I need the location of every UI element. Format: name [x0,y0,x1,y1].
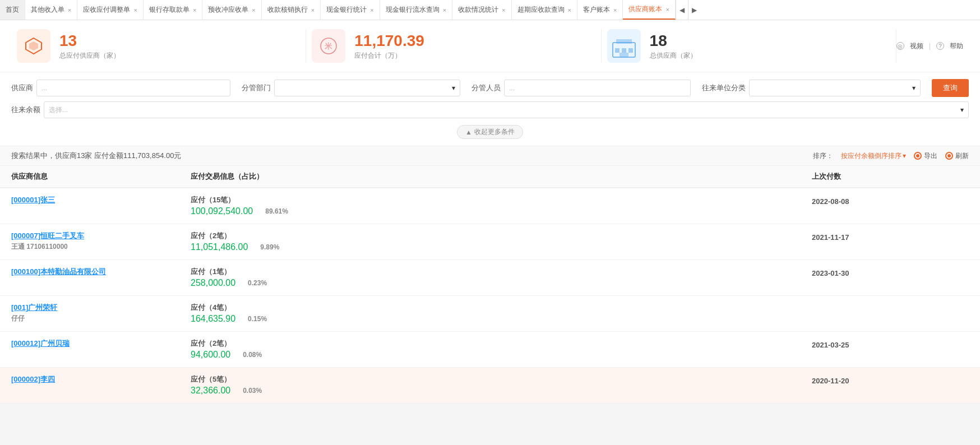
table-row: [000001]张三 应付（15笔） 100,092,540.00 89.61%… [0,188,980,224]
nav-tab-customer-ledger[interactable]: 客户账本 × [577,0,623,20]
row-2-supplier-link[interactable]: [000007]恒旺二手叉车 [11,231,84,240]
export-label: 导出 [924,151,937,161]
row-6-transaction: 应付（5笔） 32,366.00 0.03% [191,374,812,396]
refresh-button[interactable]: 刷新 [945,151,969,161]
export-button[interactable]: 导出 [914,151,937,161]
nav-tab-prepay-close[interactable]: × [252,7,255,13]
dept-select[interactable]: ▾ [274,80,461,96]
nav-tab-other-income-close[interactable]: × [68,7,71,13]
nav-tab-bank-deposit[interactable]: 银行存取款单 × [144,0,202,20]
table-row: [000007]恒旺二手叉车 王通 17106110000 应付（2笔） 11,… [0,224,980,260]
row-1-supplier-link[interactable]: [000001]张三 [11,196,55,204]
balance-label: 往来余额 [11,105,40,115]
row-4-supplier-link[interactable]: [001]广州荣轩 [11,303,57,312]
row-3-tx-row: 258,000.00 0.23% [191,278,812,288]
results-summary: 搜索结果中，供应商13家 应付金额111,703,854.00元 [11,151,181,161]
nav-tab-bank-deposit-close[interactable]: × [193,7,196,13]
svg-rect-8 [628,48,633,53]
search-button[interactable]: 查询 [932,79,969,97]
row-4-last-pay [812,303,924,305]
nav-tab-adjustment[interactable]: 应收应付调整单 × [77,0,143,20]
nav-tab-adjustment-label: 应收应付调整单 [83,5,130,15]
row-3-supplier-id: [000100]本特勤油品有限公司 [11,267,106,276]
nav-tab-overdue[interactable]: 超期应收款查询 × [512,0,577,20]
refresh-radio-icon [945,152,953,160]
sort-select[interactable]: 按应付余额倒序排序 ▾ [841,151,906,161]
summary-bar: 13 总应付供应商（家） 米 11,170.39 应付合计（万） [0,20,980,72]
collapse-label: 收起更多条件 [474,127,515,137]
payable-total-number: 11,170.39 [354,31,424,50]
nav-tab-customer-ledger-close[interactable]: × [613,7,617,13]
nav-tab-overdue-close[interactable]: × [568,7,571,13]
table-row: [000012]广州贝瑞 应付（2笔） 94,600.00 0.08% 2021… [0,332,980,368]
nav-tab-verify[interactable]: 收款核销执行 × [262,0,321,20]
person-label: 分管人员 [471,83,501,93]
supplier-input[interactable]: ... [36,80,230,96]
row-4-supplier-id: [001]广州荣轩 [11,303,57,312]
filter-category: 往来单位分类 ▾ [702,80,921,96]
svg-rect-5 [616,39,632,44]
nav-tab-cash-flow-close[interactable]: × [443,7,446,13]
results-bar: 搜索结果中，供应商13家 应付金额111,703,854.00元 排序： 按应付… [0,146,980,166]
filter-row-2: 往来余额 选择... ▾ [11,101,969,118]
nav-tab-receipt-stat-close[interactable]: × [502,7,505,13]
row-4-tx-label: 应付（4笔） [191,303,812,313]
row-1-tx-row: 100,092,540.00 89.61% [191,206,812,216]
nav-tab-cash-bank-stat[interactable]: 现金银行统计 × [321,0,380,20]
row-5-tx-percent: 0.08% [243,351,262,359]
nav-tab-supplier-ledger-close[interactable]: × [665,6,669,13]
row-4-supplier: [001]广州荣轩 仔仔 [11,303,191,323]
nav-tab-adjustment-close[interactable]: × [133,7,137,13]
nav-tab-cash-flow[interactable]: 现金银行流水查询 × [380,0,452,20]
col-last-pay-header: 上次付数 [812,171,924,182]
row-5-last-pay: 2021-03-25 [812,339,924,349]
video-link[interactable]: 视频 [910,41,923,51]
row-6-tx-percent: 0.03% [243,387,262,395]
total-suppliers-number: 18 [650,31,697,50]
row-5-tx-amount: 94,600.00 [191,350,230,360]
payable-suppliers-text: 13 总应付供应商（家） [59,31,120,61]
sep1: | [929,42,931,50]
top-nav: 首页 其他收入单 × 应收应付调整单 × 银行存取款单 × 预收冲应收单 × 收… [0,0,980,20]
nav-tab-supplier-ledger-label: 供应商账本 [628,4,662,14]
row-2-tx-percent: 9.89% [260,243,279,251]
balance-select[interactable]: 选择... ▾ [44,101,969,118]
row-3-supplier-link[interactable]: [000100]本特勤油品有限公司 [11,267,106,276]
col-supplier-header: 供应商信息 [11,171,191,182]
nav-tab-receipt-stat[interactable]: 收款情况统计 × [452,0,511,20]
row-2-supplier-sub: 王通 17106110000 [11,242,191,252]
row-4-tx-amount: 164,635.90 [191,314,235,324]
category-label: 往来单位分类 [702,83,746,93]
nav-tab-customer-ledger-label: 客户账本 [583,5,610,15]
row-5-supplier-link[interactable]: [000012]广州贝瑞 [11,339,70,347]
export-radio-icon [914,152,922,160]
row-6-tx-amount: 32,366.00 [191,386,230,396]
col-extra-header [924,171,969,182]
filter-bar: 供应商 ... 分管部门 ▾ 分管人员 ... 往来单位分类 [0,72,980,146]
row-6-tx-row: 32,366.00 0.03% [191,386,812,396]
row-6-supplier-link[interactable]: [000002]李四 [11,375,55,383]
person-input[interactable]: ... [504,80,691,96]
help-link[interactable]: 帮助 [950,41,963,51]
nav-tab-supplier-ledger[interactable]: 供应商账本 × [623,0,675,20]
refresh-label: 刷新 [955,151,969,161]
payable-suppliers-label: 总应付供应商（家） [59,51,120,61]
nav-next-arrow[interactable]: ▶ [688,0,700,20]
row-6-supplier: [000002]李四 [11,374,191,384]
nav-tab-prepay[interactable]: 预收冲应收单 × [202,0,261,20]
total-suppliers-text: 18 总供应商（家） [650,31,697,61]
collapse-button[interactable]: ▲ 收起更多条件 [457,125,523,139]
row-2-transaction: 应付（2笔） 11,051,486.00 9.89% [191,231,812,252]
nav-tab-home[interactable]: 首页 [0,0,25,20]
nav-prev-arrow[interactable]: ◀ [676,0,688,20]
nav-tab-other-income[interactable]: 其他收入单 × [25,0,77,20]
balance-select-value: 选择... [49,105,68,115]
category-select[interactable]: ▾ [749,80,921,96]
summary-card-payable-suppliers: 13 总应付供应商（家） [11,29,306,63]
person-dots: ... [509,84,515,92]
row-6-last-pay: 2020-11-20 [812,374,924,385]
nav-tab-verify-close[interactable]: × [311,7,315,13]
row-2-last-pay: 2021-11-17 [812,231,924,242]
supplier-label: 供应商 [11,83,33,93]
nav-tab-cash-bank-stat-close[interactable]: × [370,7,373,13]
